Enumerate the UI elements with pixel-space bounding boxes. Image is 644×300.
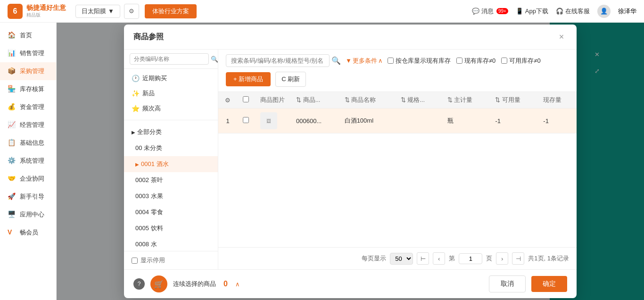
category-search-icon[interactable]: 🔍 [211,56,218,63]
confirm-button[interactable]: 确定 [531,276,567,292]
select-all-checkbox[interactable] [243,96,249,102]
checkbox-stock-not-zero[interactable]: 现有库存≠0 [456,57,495,65]
sidebar-item-basic-info[interactable]: 📋 基础信息 [0,134,56,152]
show-disabled-checkbox[interactable] [132,258,138,264]
checkbox-warehouse[interactable]: 按仓库显示现有库存 [388,57,451,65]
cat-item-snack[interactable]: 0004 零食 [124,204,218,220]
sidebar-item-apps[interactable]: 🖥️ 应用中心 [0,206,56,224]
selected-count: 0 [223,280,228,288]
category-panel: 🔍 《 🕐 近期购买 ✨ 新品 [124,50,218,269]
modal-close-button[interactable]: × [556,31,567,42]
sidebar-item-membership[interactable]: V 畅会员 [0,224,56,242]
logo-icon: 6 [8,4,23,19]
page-prev-button[interactable]: ‹ [433,252,445,265]
checkbox-available-input[interactable] [501,58,507,64]
app-download-label: App下载 [525,7,548,16]
checkbox-group: 按仓库显示现有库存 现有库存≠0 可用库存≠0 [388,57,541,65]
cat-label-all: 全部分类 [137,128,162,136]
sort-icon-code: ⇅ [296,96,301,103]
home-icon: 🏠 [8,31,16,40]
enterprise-icon: 🤝 [8,175,16,183]
cat-item-all[interactable]: ▶ 全部分类 [124,124,218,140]
main-layout: 🏠 首页 📊 销售管理 📦 采购管理 🏪 库存核算 💰 资金管理 📈 经营管理 … [0,23,644,300]
sidebar-label-membership: 畅会员 [20,228,38,237]
category-search-input[interactable] [130,53,209,65]
quick-link-new[interactable]: ✨ 新品 [124,86,218,101]
filter-button[interactable]: ▼ 更多条件 ∧ [346,57,383,65]
sidebar-item-sales[interactable]: 📊 销售管理 [0,44,56,62]
cat-item-liquor[interactable]: ▶ 0001 酒水 [124,156,218,172]
page-first-button[interactable]: ⊢ [417,252,429,265]
product-search-input[interactable] [226,54,330,67]
cell-check[interactable] [237,108,255,133]
sidebar-item-guide[interactable]: 🚀 新手引导 [0,188,56,206]
messages-button[interactable]: 💬 消息 99+ [472,7,508,16]
trial-button[interactable]: 体验行业方案 [145,4,197,18]
col-header-settings[interactable]: ⚙ [218,92,237,108]
sidebar-item-enterprise[interactable]: 🤝 企业协同 [0,170,56,188]
messages-label: 消息 [481,7,494,16]
top-navbar: 6 畅捷通好生意 精品版 日太阳膜 ▼ ⚙ 体验行业方案 💬 消息 99+ 📱 … [0,0,644,23]
settings-button[interactable]: ⚙ [124,4,139,19]
product-reference-modal: 商品参照 × 🔍 《 [124,25,577,298]
table-row[interactable]: 1 🖼 000600... 白酒100ml 瓶 [218,108,577,133]
page-last-button[interactable]: ⊣ [512,252,524,265]
page-next-button[interactable]: › [496,252,508,265]
refresh-button[interactable]: C 刷新 [275,72,306,87]
col-header-code[interactable]: ⇅ 商品... [290,92,339,108]
col-header-stock[interactable]: 现存量 [537,92,577,108]
avatar[interactable]: 👤 [597,5,611,18]
online-service-button[interactable]: 🎧 在线客服 [556,7,590,16]
col-header-check[interactable] [237,92,255,108]
product-image: 🖼 [260,112,277,129]
sidebar-label-basic-info: 基础信息 [20,139,44,147]
message-icon: 💬 [472,8,479,15]
collapse-selected-button[interactable]: ∧ [235,281,240,288]
cat-item-fruit[interactable]: 0003 水果 [124,188,218,204]
sidebar-item-finance[interactable]: 💰 资金管理 [0,98,56,116]
sidebar-item-operations[interactable]: 📈 经营管理 [0,116,56,134]
col-header-name[interactable]: ⇅ 商品名称 [339,92,395,108]
sidebar-item-purchase[interactable]: 📦 采购管理 [0,62,56,80]
checkbox-warehouse-input[interactable] [388,58,394,64]
col-header-spec[interactable]: ⇅ 规格... [395,92,442,108]
cat-item-water[interactable]: 0008 水 [124,236,218,251]
content-area: ✕ ⤢ 商品参照 × 🔍 [57,23,644,300]
col-label-available: 可用量 [502,96,520,103]
col-header-available[interactable]: ⇅ 可用量 [489,92,537,108]
cancel-button[interactable]: 取消 [489,275,526,292]
sidebar-item-system[interactable]: ⚙️ 系统管理 [0,152,56,170]
nav-selector[interactable]: 日太阳膜 ▼ [75,5,120,18]
app-download-button[interactable]: 📱 App下载 [516,7,548,16]
membership-icon: V [8,228,16,237]
col-header-image[interactable]: 商品图片 [255,92,290,108]
cat-item-beverage[interactable]: 0005 饮料 [124,220,218,236]
basic-info-icon: 📋 [8,139,16,147]
finance-icon: 💰 [8,103,16,111]
nav-selector-label: 日太阳膜 [82,7,106,16]
add-product-button[interactable]: + 新增商品 [226,72,271,86]
product-search-icon[interactable]: 🔍 [331,56,341,65]
brand-text: 畅捷通好生意 精品版 [26,4,66,18]
help-button[interactable]: ? [133,278,145,290]
per-page-select[interactable]: 50 [390,253,413,265]
cell-unit: 瓶 [442,108,490,133]
sidebar-label-finance: 资金管理 [20,103,44,111]
page-number-input[interactable] [459,253,482,264]
cat-item-tea[interactable]: 0002 茶叶 [124,172,218,188]
checkbox-available-not-zero[interactable]: 可用库存≠0 [501,57,540,65]
row-checkbox[interactable] [243,117,249,123]
product-table-container: ⚙ 商品图片 ⇅ 商品... [218,92,577,247]
quick-link-frequent[interactable]: ⭐ 频次高 [124,101,218,116]
sidebar-item-home[interactable]: 🏠 首页 [0,26,56,44]
cat-arrow-all: ▶ [132,130,135,135]
col-header-unit[interactable]: ⇅ 主计量 [442,92,490,108]
sidebar-item-inventory[interactable]: 🏪 库存核算 [0,80,56,98]
checkbox-stock-input[interactable] [456,58,462,64]
category-search-area: 🔍 [130,53,218,65]
cart-icon[interactable]: 🛒 [150,275,167,292]
quick-link-recent[interactable]: 🕐 近期购买 [124,71,218,86]
show-disabled-toggle[interactable]: 显示停用 [124,251,218,269]
new-icon: ✨ [132,90,140,97]
cat-item-uncategorized[interactable]: 00 未分类 [124,140,218,156]
